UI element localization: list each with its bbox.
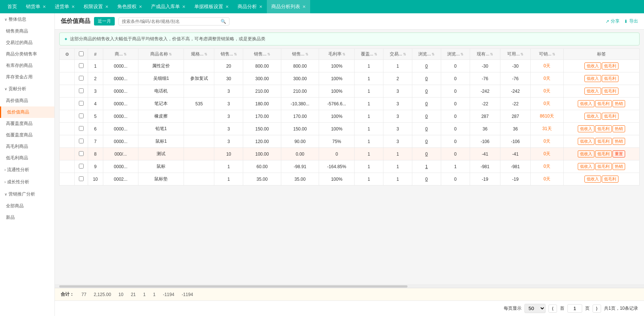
sidebar-group-contribution[interactable]: ∨ 贡献分析 (0, 83, 54, 95)
share-button[interactable]: ↗ 分享 (606, 18, 620, 24)
page-number-input[interactable] (567, 304, 582, 313)
nav-product-analysis[interactable]: 商品分析 ✕ (233, 0, 267, 13)
close-icon[interactable]: ✕ (71, 4, 75, 9)
sort-icon[interactable]: ⇅ (342, 52, 345, 56)
sort-icon[interactable]: ⇅ (169, 52, 172, 56)
nav-product-analysis-list[interactable]: 商品分析列表 ✕ (267, 0, 310, 13)
sidebar-item-low-coverage[interactable]: 低覆盖度商品 (0, 129, 54, 141)
sort-icon[interactable]: ⇅ (267, 52, 270, 56)
browse-link[interactable]: 0 (425, 114, 428, 119)
nav-sales-order[interactable]: 销货单 ✕ (21, 0, 50, 13)
sort-icon[interactable]: ⇅ (124, 52, 127, 56)
row-checkbox[interactable] (79, 126, 84, 131)
available-cell: -106 (500, 135, 530, 148)
row-checkbox[interactable] (79, 164, 84, 169)
horizontal-scrollbar[interactable] (55, 285, 644, 288)
sort-icon[interactable]: ⇅ (204, 52, 207, 56)
sidebar-item-high-value[interactable]: 高价值商品 (0, 95, 54, 106)
sidebar-item-stock-capital[interactable]: 库存资金占用 (0, 71, 54, 83)
no-cell: 7 (88, 135, 103, 148)
settings-icon[interactable]: ⚙ (65, 52, 69, 57)
col-settings[interactable]: ⚙ (60, 49, 75, 60)
close-icon[interactable]: ✕ (259, 4, 262, 9)
sidebar-item-new-goods[interactable]: 新品 (0, 212, 54, 223)
sort-icon[interactable]: ⇅ (432, 52, 435, 56)
browse-link[interactable]: 1 (425, 164, 428, 169)
sales-qty-cell: 30 (214, 72, 243, 85)
nav-home[interactable]: 首页 (3, 0, 21, 13)
checkbox-cell[interactable] (75, 72, 88, 85)
next-page-button[interactable]: ⟩ (593, 305, 601, 313)
sidebar-item-traded-goods[interactable]: 交易过的商品 (0, 37, 54, 48)
checkbox-cell[interactable] (75, 98, 88, 110)
chevron-down-icon: ∨ (4, 87, 7, 91)
sort-icon[interactable]: ⇅ (552, 52, 555, 56)
row-checkbox[interactable] (79, 176, 84, 181)
sort-icon[interactable]: ⇅ (374, 52, 377, 56)
sidebar-group-circulation[interactable]: › 流通性分析 (0, 164, 54, 176)
sort-icon[interactable]: ⇅ (234, 52, 237, 56)
sidebar-group-overview[interactable]: ∨ 整体信息 (0, 13, 54, 26)
nav-template-settings[interactable]: 单据模板设置 ✕ (190, 0, 233, 13)
close-icon[interactable]: ✕ (43, 4, 46, 9)
filter-recent-month-button[interactable]: 近一月 (94, 17, 115, 26)
browse-link[interactable]: 0 (425, 89, 428, 94)
sidebar-group-growth[interactable]: › 成长性分析 (0, 176, 54, 188)
checkbox-cell[interactable] (75, 148, 88, 160)
checkbox-cell[interactable] (75, 110, 88, 123)
col-checkbox-all[interactable] (75, 49, 88, 60)
row-checkbox[interactable] (79, 88, 84, 93)
sidebar-item-high-margin[interactable]: 高毛利商品 (0, 141, 54, 152)
checkbox-cell[interactable] (75, 173, 88, 186)
sidebar-item-all-goods[interactable]: 全部商品 (0, 200, 54, 212)
row-checkbox[interactable] (79, 139, 84, 143)
select-all-checkbox[interactable] (79, 51, 84, 56)
available-cell: -30 (500, 60, 530, 72)
search-input[interactable] (122, 19, 219, 24)
saleable-cell: 0天 (530, 173, 563, 186)
sidebar-item-in-stock-goods[interactable]: 有库存的商品 (0, 60, 54, 71)
browse-link[interactable]: 0 (425, 126, 428, 132)
close-icon[interactable]: ✕ (139, 4, 142, 9)
row-checkbox[interactable] (79, 101, 84, 106)
export-button[interactable]: ⬇ 导出 (624, 18, 638, 24)
sort-icon[interactable]: ⇅ (403, 52, 406, 56)
first-page-button[interactable]: ⟨ (549, 305, 557, 313)
nav-role-auth[interactable]: 角色授权 ✕ (113, 0, 147, 13)
sidebar-item-high-coverage[interactable]: 高覆盖度商品 (0, 118, 54, 129)
row-checkbox[interactable] (79, 113, 84, 118)
sidebar-item-low-margin[interactable]: 低毛利商品 (0, 152, 54, 164)
browse-link[interactable]: 0 (425, 64, 428, 69)
tags-cell: 低收入低毛利热销 (563, 160, 639, 173)
close-icon[interactable]: ✕ (225, 4, 229, 9)
checkbox-cell[interactable] (75, 60, 88, 72)
sidebar-item-sales-goods[interactable]: 销售类商品 (0, 26, 54, 37)
close-icon[interactable]: ✕ (182, 4, 185, 9)
checkbox-cell[interactable] (75, 160, 88, 173)
nav-purchase-order[interactable]: 进货单 ✕ (50, 0, 79, 13)
nav-product-inbound[interactable]: 产成品入库单 ✕ (147, 0, 190, 13)
checkbox-cell[interactable] (75, 135, 88, 148)
sort-icon[interactable]: ⇅ (305, 52, 308, 56)
row-checkbox[interactable] (79, 151, 84, 156)
checkbox-cell[interactable] (75, 85, 88, 98)
checkbox-cell[interactable] (75, 123, 88, 135)
sidebar-item-low-value[interactable]: 低价值商品 (0, 106, 54, 118)
search-icon[interactable]: 🔍 (221, 19, 226, 24)
sort-icon[interactable]: ⇅ (490, 52, 493, 56)
browse-link[interactable]: 0 (425, 101, 428, 106)
browse-link[interactable]: 0 (425, 76, 428, 81)
page-size-select[interactable]: 50 100 (524, 304, 546, 313)
sort-icon[interactable]: ⇅ (460, 52, 463, 56)
browse-link[interactable]: 0 (425, 152, 428, 157)
sidebar-group-marketing[interactable]: ∨ 营销推广分析 (0, 188, 54, 200)
close-icon[interactable]: ✕ (105, 4, 108, 9)
row-checkbox[interactable] (79, 63, 84, 68)
row-checkbox[interactable] (79, 76, 84, 81)
close-icon[interactable]: ✕ (302, 4, 306, 9)
browse-link[interactable]: 0 (425, 139, 428, 144)
sort-icon[interactable]: ⇅ (520, 52, 523, 56)
browse-link[interactable]: 0 (425, 177, 428, 182)
nav-permissions[interactable]: 权限设置 ✕ (79, 0, 113, 13)
sidebar-item-category-rate[interactable]: 商品分类销售率 (0, 48, 54, 60)
